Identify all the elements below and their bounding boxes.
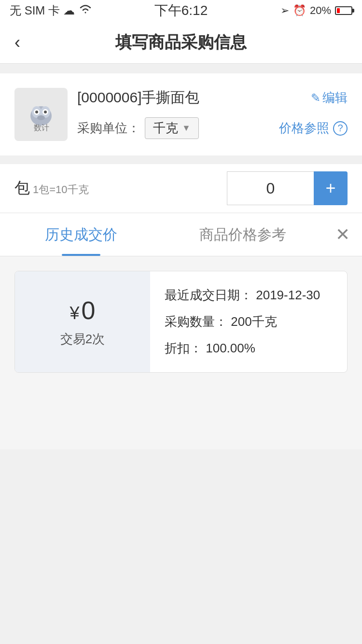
discount-row: 折扣： 100.00% — [165, 339, 333, 358]
sim-label: 无 SIM 卡 ☁ — [10, 3, 75, 18]
price-reference-button[interactable]: 价格参照 ? — [279, 120, 348, 137]
unit-selector-group: 采购单位： 千克 ▼ — [77, 117, 199, 139]
product-info: [0000006]手撕面包 ✎ 编辑 采购单位： 千克 ▼ 价格参照 ? — [77, 88, 348, 139]
battery-icon — [335, 6, 352, 15]
history-details-panel: 最近成交日期： 2019-12-30 采购数量： 200千克 折扣： 100.0… — [150, 271, 347, 372]
status-right: ➢ ⏰ 20% — [280, 4, 352, 17]
recent-date-row: 最近成交日期： 2019-12-30 — [165, 286, 333, 305]
history-price-value: ¥ 0 — [70, 296, 96, 325]
wifi-icon — [79, 4, 92, 17]
svg-point-6 — [44, 111, 47, 113]
quantity-section: 包 1包=10千克 0 + — [0, 164, 362, 212]
quantity-input[interactable]: 0 — [227, 171, 314, 205]
status-bar: 无 SIM 卡 ☁ 下午6:12 ➢ ⏰ 20% — [0, 0, 362, 21]
section-divider — [0, 155, 362, 163]
quantity-unit-label: 包 — [14, 178, 30, 199]
alarm-icon: ⏰ — [293, 4, 306, 17]
help-icon: ? — [333, 121, 348, 136]
price-number: 0 — [82, 296, 96, 325]
unit-value: 千克 — [153, 120, 178, 137]
status-left: 无 SIM 卡 ☁ — [10, 3, 92, 18]
quantity-input-group: 0 + — [227, 171, 348, 205]
unit-dropdown[interactable]: 千克 ▼ — [145, 117, 199, 139]
product-image: 数计 — [14, 88, 68, 141]
quantity-row: 包 1包=10千克 0 + — [14, 164, 348, 212]
tab-price-reference[interactable]: 商品价格参考 — [162, 213, 323, 256]
status-time: 下午6:12 — [154, 1, 208, 20]
back-button[interactable]: ‹ — [14, 32, 20, 53]
edit-icon: ✎ — [311, 91, 320, 105]
tab-bar: 历史成交价 商品价格参考 ✕ — [0, 213, 362, 256]
purchase-quantity-row: 采购数量： 200千克 — [165, 312, 333, 331]
product-card: 数计 [0000006]手撕面包 ✎ 编辑 采购单位： 千克 ▼ — [0, 73, 362, 155]
svg-point-5 — [35, 111, 38, 113]
unit-label: 采购单位： — [77, 120, 140, 137]
history-section: ¥ 0 交易2次 最近成交日期： 2019-12-30 采购数量： 200千克 … — [0, 256, 362, 449]
product-name-row: [0000006]手撕面包 ✎ 编辑 — [77, 88, 348, 108]
location-icon: ➢ — [280, 4, 289, 17]
page-title: 填写商品采购信息 — [115, 31, 247, 54]
dropdown-arrow-icon: ▼ — [182, 123, 191, 133]
quantity-label-group: 包 1包=10千克 — [14, 178, 89, 199]
trade-count: 交易2次 — [60, 331, 105, 348]
nav-bar: ‹ 填写商品采购信息 — [0, 21, 362, 64]
history-card: ¥ 0 交易2次 最近成交日期： 2019-12-30 采购数量： 200千克 … — [14, 271, 348, 373]
edit-button[interactable]: ✎ 编辑 — [311, 89, 348, 106]
product-thumbnail-icon: 数计 — [24, 98, 58, 131]
svg-point-7 — [37, 115, 45, 120]
quantity-plus-button[interactable]: + — [314, 171, 348, 205]
currency-symbol: ¥ — [70, 303, 80, 323]
tab-close-button[interactable]: ✕ — [323, 213, 362, 256]
battery-percent: 20% — [310, 4, 331, 17]
product-header: 数计 [0000006]手撕面包 ✎ 编辑 采购单位： 千克 ▼ — [14, 88, 348, 141]
product-name: [0000006]手撕面包 — [77, 88, 311, 108]
product-unit-row: 采购单位： 千克 ▼ 价格参照 ? — [77, 117, 348, 139]
history-price-panel: ¥ 0 交易2次 — [15, 271, 150, 372]
tab-history-price[interactable]: 历史成交价 — [0, 213, 162, 256]
tab-active-indicator — [62, 254, 100, 256]
quantity-conversion-note: 1包=10千克 — [33, 182, 89, 197]
svg-text:数计: 数计 — [34, 124, 49, 131]
